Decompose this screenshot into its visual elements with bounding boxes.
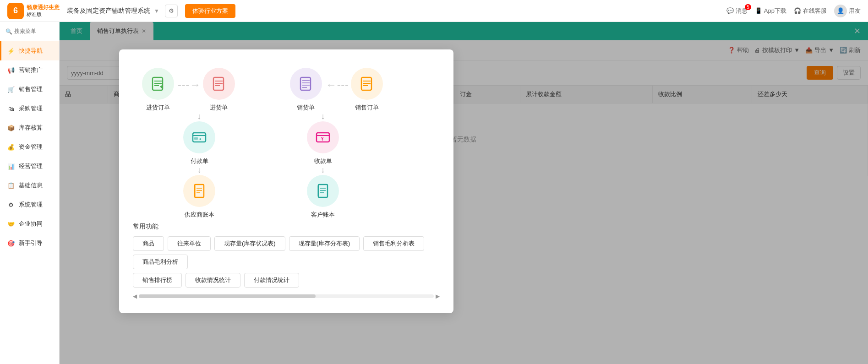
online-service-button[interactable]: 🎧 在线客服 xyxy=(794,7,827,15)
down-arrow-receipt: ↓ xyxy=(307,165,339,175)
down-arrow-payment: ↓ xyxy=(183,165,215,175)
func-buttons-row1: 商品 往来单位 现存量(库存状况表) 现存量(库存分布表) 销售毛利分析表 商品… xyxy=(133,236,440,269)
purchase-icon: 🛍 xyxy=(7,104,15,113)
content-area: 首页 销售订单执行表 ✕ ✕ ❓ 帮助 🖨 按 xyxy=(60,22,868,364)
sidebar-item-label-3: 采购管理 xyxy=(19,104,43,113)
user-avatar: 👤 xyxy=(834,5,847,17)
sidebar-item-label-5: 资金管理 xyxy=(19,143,43,151)
flow-node-supplier-ledger[interactable]: 供应商账本 xyxy=(183,175,215,219)
search-menu-button[interactable]: 🔍 搜索菜单 xyxy=(4,26,55,37)
sales-invoice-circle xyxy=(290,68,322,100)
common-functions-section: 常用功能 商品 往来单位 现存量(库存状况表) 现存量(库存分布表) 销售毛利分… xyxy=(133,223,440,288)
supplier-ledger-circle xyxy=(183,175,215,207)
system-title: 装备及固定资产辅助管理系统 ▼ ⚙ 体验行业方案 xyxy=(67,4,726,18)
func-btn-receipt-stats[interactable]: 收款情况统计 xyxy=(186,273,240,288)
sidebar-item-basic-info[interactable]: 📋 基础信息 xyxy=(0,176,59,195)
down-arrow-sales: ↓ xyxy=(307,112,339,121)
down-arrow-payment-sym: ↓ xyxy=(197,165,202,175)
svg-text:¥: ¥ xyxy=(321,136,324,141)
flow-node-receipt[interactable]: ¥ 收款单 xyxy=(307,121,339,165)
sales-order-circle xyxy=(351,68,383,100)
purchase-invoice-label: 进货单 xyxy=(210,103,228,112)
inventory-icon: 📦 xyxy=(7,124,15,132)
flow-row-1: 进货订单 - - - → 进货单 xyxy=(142,68,431,112)
sidebar-item-collab[interactable]: 🤝 企业协同 xyxy=(0,214,59,234)
sidebar-item-label-9: 企业协同 xyxy=(19,220,43,228)
svg-rect-29 xyxy=(318,185,328,197)
flow-row-2-arrows: ↓ ↓ xyxy=(142,112,431,121)
sidebar-item-quick-nav[interactable]: ⚡ 快捷导航 xyxy=(0,41,59,60)
logo-area: 6 畅康通好生意 标准版 xyxy=(7,3,67,19)
top-bar: 6 畅康通好生意 标准版 装备及固定资产辅助管理系统 ▼ ⚙ 体验行业方案 💬 … xyxy=(0,0,868,22)
logo-line2: 标准版 xyxy=(27,11,60,17)
flow-node-purchase-order[interactable]: 进货订单 xyxy=(142,68,174,112)
arrow-so-to-si: ← - - - xyxy=(322,78,351,91)
flow-node-customer-ledger[interactable]: 客户账本 xyxy=(307,175,339,219)
finance-icon: 💰 xyxy=(7,143,15,151)
supplier-ledger-label: 供应商账本 xyxy=(185,211,214,219)
svg-rect-19 xyxy=(194,137,198,140)
func-btn-stock-dist[interactable]: 现存量(库存分布表) xyxy=(289,236,360,251)
func-btn-sales-rank[interactable]: 销售排行榜 xyxy=(133,273,182,288)
purchase-order-label: 进货订单 xyxy=(146,103,170,112)
flow-node-sales-order[interactable]: 销售订单 xyxy=(351,68,383,112)
user-menu[interactable]: 👤 用友 xyxy=(834,5,861,17)
scrollbar-thumb[interactable] xyxy=(139,294,316,298)
sidebar-item-marketing[interactable]: 📢 营销推广 xyxy=(0,60,59,80)
sidebar-item-finance[interactable]: 💰 资金管理 xyxy=(0,137,59,157)
func-btn-product[interactable]: 商品 xyxy=(133,236,164,251)
customer-ledger-circle xyxy=(307,175,339,207)
sidebar-item-guide[interactable]: 🎯 新手引导 xyxy=(0,234,59,253)
sidebar-item-label-1: 营销推广 xyxy=(19,66,43,74)
func-btn-partner[interactable]: 往来单位 xyxy=(168,236,211,251)
flow-row-4-arrows: ↓ ↓ xyxy=(142,165,431,175)
down-arrow-sales-sym: ↓ xyxy=(321,112,325,121)
sidebar-item-label-7: 基础信息 xyxy=(19,181,43,190)
sidebar-search[interactable]: 🔍 搜索菜单 xyxy=(0,22,59,41)
func-buttons-row2: 销售排行榜 收款情况统计 付款情况统计 xyxy=(133,273,440,288)
flow-row-3: ¥ 付款单 ¥ 收款单 xyxy=(142,121,431,165)
sidebar: 🔍 搜索菜单 ⚡ 快捷导航 📢 营销推广 🛒 销售管理 🛍 xyxy=(0,22,60,364)
sidebar-item-label-0: 快捷导航 xyxy=(19,47,43,55)
flow-node-purchase-invoice[interactable]: 进货单 xyxy=(203,68,235,112)
payment-circle: ¥ xyxy=(183,121,215,153)
system-icon: ⚙ xyxy=(7,201,15,209)
system-name-label: 装备及固定资产辅助管理系统 xyxy=(67,7,150,15)
sales-icon: 🛒 xyxy=(7,85,15,93)
message-button[interactable]: 💬 消息 5 xyxy=(726,7,748,15)
scrollbar-track[interactable] xyxy=(139,294,434,298)
management-icon: 📊 xyxy=(7,162,15,170)
modal-scrollbar[interactable]: ◀ ▶ xyxy=(133,293,440,299)
flow-node-payment[interactable]: ¥ 付款单 xyxy=(183,121,215,165)
sidebar-nav: ⚡ 快捷导航 📢 营销推广 🛒 销售管理 🛍 采购管理 📦 库存核算 xyxy=(0,41,59,364)
system-dropdown-icon[interactable]: ▼ xyxy=(154,8,159,14)
sidebar-item-label-10: 新手引导 xyxy=(19,239,43,247)
func-btn-sales-profit-analysis[interactable]: 销售毛利分析表 xyxy=(363,236,424,251)
flow-node-sales-invoice[interactable]: 销货单 xyxy=(290,68,322,112)
search-icon: 🔍 xyxy=(5,28,12,35)
logo-line1: 畅康通好生意 xyxy=(27,4,60,11)
arrow-po-to-pi: - - - → xyxy=(174,78,203,91)
func-btn-stock-status[interactable]: 现存量(库存状况表) xyxy=(214,236,285,251)
sidebar-item-system[interactable]: ⚙ 系统管理 xyxy=(0,195,59,214)
user-name-label: 用友 xyxy=(849,7,861,15)
scroll-right-icon[interactable]: ▶ xyxy=(436,293,440,299)
sidebar-item-sales[interactable]: 🛒 销售管理 xyxy=(0,80,59,99)
trial-button[interactable]: 体验行业方案 xyxy=(185,4,235,18)
sidebar-item-inventory[interactable]: 📦 库存核算 xyxy=(0,118,59,137)
app-download-label: App下载 xyxy=(764,7,786,15)
sidebar-item-management[interactable]: 📊 经营管理 xyxy=(0,157,59,176)
sidebar-item-label-8: 系统管理 xyxy=(19,201,43,209)
func-btn-payment-stats[interactable]: 付款情况统计 xyxy=(244,273,299,288)
func-btn-product-profit[interactable]: 商品毛利分析 xyxy=(133,255,188,269)
sidebar-item-purchase[interactable]: 🛍 采购管理 xyxy=(0,99,59,118)
gear-button[interactable]: ⚙ xyxy=(165,5,178,17)
modal-box: 进货订单 - - - → 进货单 xyxy=(119,49,453,313)
app-download-button[interactable]: 📱 App下载 xyxy=(755,7,786,15)
online-service-label: 在线客服 xyxy=(803,7,827,15)
scroll-left-icon[interactable]: ◀ xyxy=(133,293,137,299)
svg-rect-25 xyxy=(194,185,196,196)
down-arrow-purchase-sym: ↓ xyxy=(197,112,202,121)
svg-rect-8 xyxy=(300,77,311,90)
modal-overlay[interactable]: 进货订单 - - - → 进货单 xyxy=(60,22,868,364)
